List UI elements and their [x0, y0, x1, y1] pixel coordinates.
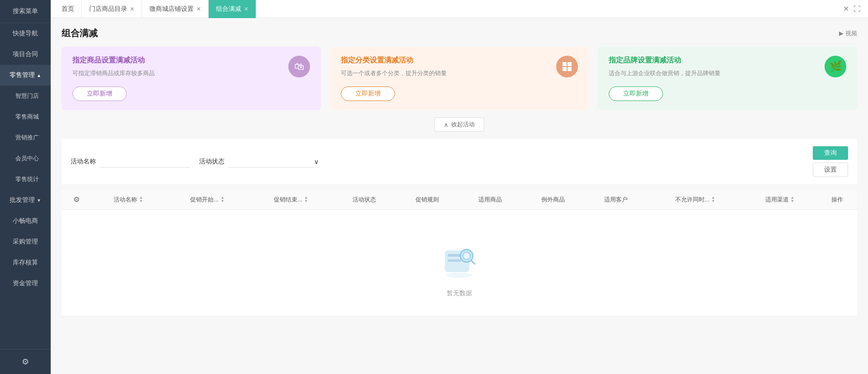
play-icon: ▶ — [839, 30, 844, 37]
activity-status-filter: 活动状态 ∨ — [199, 156, 319, 168]
tab-store-catalog[interactable]: 门店商品目录 ✕ — [82, 0, 142, 18]
empty-state-illustration — [437, 237, 482, 282]
sort-arrows-applicable-channel[interactable]: ▲▼ — [791, 196, 795, 202]
th-settings: ⚙ — [62, 190, 91, 210]
tab-home[interactable]: 首页 — [54, 0, 82, 18]
th-operation-label: 操作 — [831, 196, 843, 203]
product-discount-title: 指定商品设置满减活动 — [72, 56, 310, 65]
th-activity-name-label: 活动名称 — [114, 196, 137, 204]
sidebar-item-retail-stats[interactable]: 零售统计 — [0, 169, 51, 190]
th-promo-rule-label: 促销规则 — [415, 196, 439, 203]
dropdown-chevron-icon: ∨ — [314, 158, 319, 165]
sort-arrows-activity-name[interactable]: ▲▼ — [139, 196, 143, 202]
sidebar-item-purchase-mgmt[interactable]: 采购管理 — [0, 231, 51, 252]
sidebar-item-marketing[interactable]: 营销推广 — [0, 127, 51, 148]
sort-arrows-no-concurrent[interactable]: ▲▼ — [711, 196, 715, 202]
th-applicable-goods-label: 适用商品 — [478, 196, 502, 203]
th-promo-end: 促销结束... ▲▼ — [249, 190, 333, 210]
product-discount-card: 指定商品设置满减活动 可指定滞销商品或库存较多商品 🛍 立即新增 — [62, 47, 321, 110]
svg-point-4 — [447, 273, 472, 278]
brand-discount-add-button[interactable]: 立即新增 — [609, 86, 663, 101]
sidebar-item-xchang-ecommerce[interactable]: 小畅电商 — [0, 211, 51, 231]
table-settings-icon[interactable]: ⚙ — [73, 196, 80, 203]
sidebar-item-fund-mgmt[interactable]: 资金管理 — [0, 273, 51, 294]
maximize-window-button[interactable]: ⛶ — [854, 5, 861, 13]
sort-arrows-promo-end[interactable]: ▲▼ — [304, 196, 308, 202]
sidebar-item-retail-mgmt[interactable]: 零售管理 ▲ — [0, 65, 51, 86]
settings-icon[interactable]: ⚙ — [0, 357, 51, 367]
tab-combo-discount-label: 组合满减 — [216, 5, 241, 13]
sidebar-item-label: 零售统计 — [15, 175, 39, 183]
sidebar-item-wholesale-mgmt[interactable]: 批发管理 ▼ — [0, 190, 51, 211]
sidebar-search[interactable]: 搜索菜单 — [0, 0, 51, 23]
sidebar-item-label: 小畅电商 — [13, 217, 38, 225]
sidebar-item-smart-store[interactable]: 智慧门店 — [0, 86, 51, 106]
th-applicable-customer-label: 适用客户 — [604, 196, 628, 203]
activity-name-label: 活动名称 — [71, 158, 96, 166]
activity-cards: 指定商品设置满减活动 可指定滞销商品或库存较多商品 🛍 立即新增 指定分类设置满… — [62, 47, 857, 110]
brand-discount-icon: 🌿 — [825, 56, 846, 77]
th-exception-goods-label: 例外商品 — [541, 196, 565, 203]
chevron-up-icon: ∧ — [444, 121, 448, 128]
category-discount-add-button[interactable]: 立即新增 — [341, 86, 395, 101]
svg-rect-7 — [448, 259, 461, 262]
sidebar-item-label: 智慧门店 — [15, 92, 39, 100]
product-discount-desc: 可指定滞销商品或库存较多商品 — [72, 69, 310, 78]
th-exception-goods: 例外商品 — [522, 190, 585, 210]
close-window-button[interactable]: ✕ — [843, 5, 849, 13]
sidebar-item-inventory-calc[interactable]: 库存核算 — [0, 252, 51, 273]
sidebar-item-label: 采购管理 — [13, 238, 38, 246]
tab-store-catalog-close[interactable]: ✕ — [130, 6, 134, 12]
brand-discount-desc: 适合与上游企业联合做营销，提升品牌销量 — [609, 69, 846, 78]
brand-discount-card: 指定品牌设置满减活动 适合与上游企业联合做营销，提升品牌销量 🌿 立即新增 — [598, 47, 857, 110]
activity-status-select[interactable]: ∨ — [228, 156, 319, 168]
tab-store-catalog-label: 门店商品目录 — [89, 5, 127, 13]
sidebar-bottom: ⚙ — [0, 349, 51, 374]
activity-status-label: 活动状态 — [199, 158, 224, 166]
activity-name-filter: 活动名称 — [71, 156, 190, 168]
tab-wechat-store-close[interactable]: ✕ — [196, 6, 201, 12]
product-discount-add-button[interactable]: 立即新增 — [72, 86, 127, 101]
svg-line-10 — [471, 260, 475, 264]
th-activity-status-label: 活动状态 — [353, 196, 376, 203]
query-button[interactable]: 查询 — [813, 146, 848, 160]
svg-rect-0 — [563, 62, 567, 66]
page-header: 组合满减 ▶ 视频 — [62, 27, 857, 39]
sidebar-item-member-center[interactable]: 会员中心 — [0, 148, 51, 169]
th-applicable-channel-label: 适用渠道 — [765, 196, 789, 204]
sort-arrows-promo-start[interactable]: ▲▼ — [220, 196, 224, 202]
tab-wechat-store-settings[interactable]: 微商城店铺设置 ✕ — [142, 0, 209, 18]
sidebar-item-label: 零售商城 — [15, 113, 39, 121]
tab-home-label: 首页 — [62, 5, 74, 13]
table-header-row: ⚙ 活动名称 ▲▼ 促销开始... ▲▼ — [62, 190, 857, 210]
sidebar-item-label: 快捷导航 — [13, 29, 38, 38]
tab-combo-discount[interactable]: 组合满减 ✕ — [209, 0, 256, 18]
th-activity-name: 活动名称 ▲▼ — [91, 190, 166, 210]
category-discount-icon — [556, 56, 578, 77]
sidebar-item-retail-mall[interactable]: 零售商城 — [0, 106, 51, 127]
brand-discount-title: 指定品牌设置满减活动 — [609, 56, 846, 65]
settings-button[interactable]: 设置 — [813, 163, 848, 177]
svg-rect-3 — [568, 67, 572, 71]
th-promo-start-label: 促销开始... — [190, 196, 219, 204]
category-discount-desc: 可选一个或者多个分类，提升分类的销量 — [341, 69, 578, 78]
category-discount-title: 指定分类设置满减活动 — [341, 56, 578, 65]
video-label: 视频 — [845, 29, 857, 38]
th-applicable-goods: 适用商品 — [459, 190, 522, 210]
th-no-concurrent-label: 不允许同时... — [675, 196, 710, 204]
svg-rect-2 — [563, 67, 567, 71]
tab-combo-discount-close[interactable]: ✕ — [244, 6, 248, 12]
collapse-label: 收起活动 — [451, 120, 475, 129]
th-applicable-channel: 适用渠道 ▲▼ — [743, 190, 817, 210]
sidebar-item-label: 库存核算 — [13, 259, 38, 267]
data-table: ⚙ 活动名称 ▲▼ 促销开始... ▲▼ — [62, 190, 857, 210]
th-promo-start: 促销开始... ▲▼ — [166, 190, 249, 210]
collapse-activities-button[interactable]: ∧ 收起活动 — [434, 117, 484, 132]
filter-section: 活动名称 活动状态 ∨ 查询 设置 — [62, 139, 857, 184]
sidebar: 搜索菜单 快捷导航 项目合同 零售管理 ▲ 智慧门店 零售商城 营销推广 会员中… — [0, 0, 51, 374]
product-discount-icon: 🛍 — [288, 56, 310, 77]
video-link[interactable]: ▶ 视频 — [839, 29, 857, 38]
activity-name-input[interactable] — [100, 156, 190, 168]
sidebar-item-quick-nav[interactable]: 快捷导航 — [0, 23, 51, 44]
sidebar-item-project-contract[interactable]: 项目合同 — [0, 44, 51, 65]
